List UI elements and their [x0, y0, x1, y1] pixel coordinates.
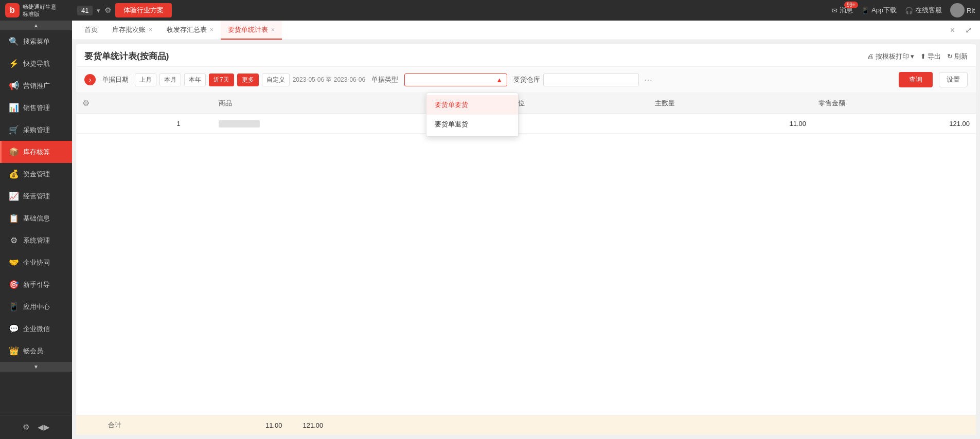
- export-btn[interactable]: ⬆ 导出: [920, 52, 941, 61]
- service-btn[interactable]: 🎧 在线客服: [905, 6, 942, 15]
- app-download-btn[interactable]: 📱 App下载: [861, 6, 897, 15]
- dropdown-item-order-goods[interactable]: 要货单要货: [426, 95, 518, 115]
- search-icon: 🔍: [9, 36, 19, 46]
- base-info-icon: 📋: [9, 213, 19, 223]
- tab-order-stats-label: 要货单统计表: [228, 25, 268, 34]
- sidebar-toggle-btn[interactable]: ◀▶: [34, 419, 53, 435]
- sidebar-item-search[interactable]: 🔍 搜索菜单: [0, 30, 72, 52]
- refresh-btn[interactable]: ↻ 刷新: [947, 52, 968, 61]
- app-center-icon: 📱: [9, 302, 19, 312]
- tab-close-all-btn[interactable]: ×: [947, 25, 958, 36]
- sidebar-item-operations[interactable]: 📈 经营管理: [0, 185, 72, 207]
- sidebar-label-app-center: 应用中心: [23, 302, 50, 312]
- sidebar-label-marketing: 营销推广: [23, 81, 50, 90]
- sidebar-item-guide[interactable]: 🎯 新手引导: [0, 273, 72, 296]
- finance-icon: 💰: [9, 169, 19, 179]
- sidebar-scroll-down[interactable]: ▼: [0, 362, 72, 372]
- date-btn-7days[interactable]: 近7天: [209, 74, 234, 86]
- purchase-icon: 🛒: [9, 125, 19, 135]
- tab-home[interactable]: 首页: [77, 21, 105, 40]
- sidebar-item-marketing[interactable]: 📢 营销推广: [0, 75, 72, 97]
- tab-inventory-batch[interactable]: 库存批次账 ×: [105, 21, 159, 40]
- logo-area: b 畅捷通好生意 标准版: [5, 3, 77, 18]
- date-range: 2023-05-06 至 2023-06-06: [293, 76, 365, 84]
- product-placeholder: [219, 120, 260, 127]
- sidebar-item-inventory[interactable]: 📦 库存核算: [0, 141, 72, 163]
- row-qty: 11.00: [649, 114, 812, 134]
- topbar-right: ✉ 消息 99+ 📱 App下载 🎧 在线客服 Rit: [832, 3, 975, 17]
- quick-nav-icon: ⚡: [9, 59, 19, 68]
- col-qty-header: 主数量: [649, 93, 812, 114]
- sidebar: ▲ 🔍 搜索菜单 ⚡ 快捷导航 📢 营销推广 📊 销售管理 🛒 采购管理 📦 库…: [0, 21, 72, 439]
- message-icon: ✉: [832, 7, 838, 14]
- operations-icon: 📈: [9, 191, 19, 201]
- username: Rit: [967, 7, 975, 14]
- industry-btn[interactable]: 体验行业方案: [115, 3, 172, 17]
- topbar-gear-icon[interactable]: ⚙: [104, 6, 111, 15]
- message-badge: 99+: [844, 2, 858, 8]
- template-chevron-icon: ▾: [911, 52, 914, 60]
- marketing-icon: 📢: [9, 81, 19, 90]
- filter-expand-btn[interactable]: ›: [84, 74, 96, 85]
- message-btn[interactable]: ✉ 消息 99+: [832, 6, 853, 15]
- sidebar-item-finance[interactable]: 💰 资金管理: [0, 163, 72, 185]
- sidebar-settings-btn[interactable]: ⚙: [20, 419, 32, 435]
- sidebar-item-system[interactable]: ⚙ 系统管理: [0, 229, 72, 251]
- template-print-icon: 🖨: [867, 52, 874, 60]
- sidebar-item-app-center[interactable]: 📱 应用中心: [0, 296, 72, 318]
- tab-inventory-batch-close[interactable]: ×: [149, 26, 152, 33]
- service-icon: 🎧: [905, 7, 913, 14]
- tab-bar-actions: × ⤢: [947, 24, 975, 36]
- data-table: ⚙ 商品 主计量单位 主数量 零售金额 1: [76, 93, 976, 134]
- guide-icon: 🎯: [9, 280, 19, 289]
- account-number[interactable]: 41: [77, 6, 93, 15]
- sidebar-item-base-info[interactable]: 📋 基础信息: [0, 207, 72, 229]
- service-label: 在线客服: [915, 6, 942, 15]
- sidebar-label-inventory: 库存核算: [23, 148, 50, 157]
- date-btn-this-year[interactable]: 本年: [184, 74, 206, 86]
- template-print-btn[interactable]: 🖨 按模板打印 ▾: [867, 52, 914, 61]
- row-num: 1: [145, 114, 213, 134]
- row-settings: [76, 114, 145, 134]
- tab-receivable-summary[interactable]: 收发存汇总表 ×: [159, 21, 221, 40]
- query-btn[interactable]: 查询: [899, 72, 933, 87]
- type-dropdown: 要货单要货 要货单退货: [426, 93, 519, 137]
- sidebar-label-base-info: 基础信息: [23, 214, 50, 223]
- date-btn-this-month[interactable]: 本月: [159, 74, 181, 86]
- table-settings-icon[interactable]: ⚙: [82, 99, 90, 107]
- table-area: ⚙ 商品 主计量单位 主数量 零售金额 1: [76, 93, 976, 415]
- avatar-image: [950, 3, 965, 17]
- sidebar-scroll-up[interactable]: ▲: [0, 21, 72, 30]
- user-avatar[interactable]: Rit: [950, 3, 975, 17]
- dropdown-item-order-return[interactable]: 要货单退货: [426, 115, 518, 134]
- date-btn-custom[interactable]: 自定义: [262, 74, 290, 86]
- type-select[interactable]: ▲: [404, 74, 507, 86]
- sidebar-item-sales[interactable]: 📊 销售管理: [0, 97, 72, 119]
- sidebar-item-member[interactable]: 👑 畅会员: [0, 340, 72, 362]
- sidebar-item-wechat[interactable]: 💬 企业微信: [0, 318, 72, 340]
- col-num-header: [145, 93, 213, 114]
- warehouse-more-icon[interactable]: ⋯: [644, 75, 652, 85]
- date-btn-more[interactable]: 更多: [237, 74, 259, 86]
- tab-expand-btn[interactable]: ⤢: [962, 24, 975, 36]
- footer-label: 合计: [108, 420, 121, 430]
- topbar: b 畅捷通好生意 标准版 41 ▾ ⚙ 体验行业方案 ✉ 消息 99+ 📱 Ap…: [0, 0, 980, 21]
- sidebar-label-system: 系统管理: [23, 236, 50, 245]
- settings-btn[interactable]: 设置: [939, 72, 968, 87]
- tab-order-stats-close[interactable]: ×: [271, 26, 275, 33]
- date-label: 单据日期: [102, 75, 129, 84]
- date-btn-last-month[interactable]: 上月: [135, 74, 156, 86]
- sidebar-item-purchase[interactable]: 🛒 采购管理: [0, 119, 72, 141]
- logo-text: 畅捷通好生意 标准版: [23, 3, 57, 18]
- refresh-icon: ↻: [947, 52, 953, 60]
- warehouse-input[interactable]: [543, 74, 639, 86]
- row-amount: 121.00: [812, 114, 976, 134]
- account-chevron-icon[interactable]: ▾: [97, 7, 100, 14]
- content-area: 首页 库存批次账 × 收发存汇总表 × 要货单统计表 × × ⤢ 要: [72, 21, 980, 439]
- sales-icon: 📊: [9, 103, 19, 113]
- sidebar-item-quick-nav[interactable]: ⚡ 快捷导航: [0, 52, 72, 75]
- sidebar-item-enterprise[interactable]: 🤝 企业协同: [0, 251, 72, 273]
- tab-home-label: 首页: [84, 25, 98, 34]
- tab-receivable-summary-close[interactable]: ×: [210, 26, 213, 33]
- tab-order-stats[interactable]: 要货单统计表 ×: [221, 21, 282, 40]
